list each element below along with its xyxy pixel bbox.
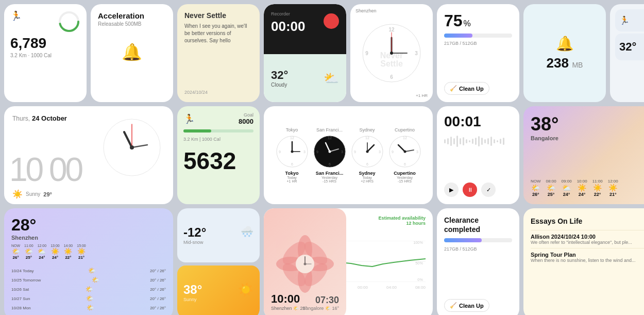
recorder-time: 00:00 (271, 19, 306, 35)
cleanup-label-2: Clean Up (459, 303, 484, 309)
sydney-day: Today (362, 176, 372, 179)
cleanup-button-bottom[interactable]: 🧹 Clean Up (444, 299, 489, 312)
svg-text:9: 9 (279, 150, 281, 154)
svg-rect-61 (478, 136, 480, 146)
flower-location: Shenzhen (271, 306, 292, 311)
world-clocks-widget: Tokyo 12 3 6 9 Tokyo Today +1 HR San Fra… (264, 106, 433, 204)
svg-rect-53 (453, 138, 455, 144)
check-button[interactable]: ✓ (481, 183, 496, 197)
svg-point-25 (291, 151, 293, 153)
large-clock-svg (101, 117, 163, 178)
cleanup-button-top[interactable]: 🧹 Clean Up (444, 82, 489, 95)
sydney-offset: +2 HRS (361, 179, 374, 183)
tokyo-offset: +1 HR (286, 179, 297, 183)
shenzhen-temp: 28° (11, 215, 38, 235)
acceleration-title: Acceleration (98, 11, 166, 20)
flower-svg (269, 228, 341, 300)
tokyo-clock: 12 3 6 9 (275, 135, 309, 169)
svg-text:3: 3 (379, 150, 381, 154)
svg-text:6: 6 (291, 162, 293, 166)
cleanup-label: Clean Up (459, 86, 484, 92)
weather-temp-right: 32° (619, 40, 636, 54)
sf-label: San Franci... (316, 127, 343, 132)
bangalore-weather-widget: 38° Bangalore Sunny ↑ 38° ↓ 18° NOW 🌤️ 2… (523, 106, 644, 204)
svg-rect-56 (463, 137, 464, 145)
run-icon: 🏃 (10, 10, 22, 22)
bangalore-temp: 38° (531, 113, 558, 135)
bangalore-city: Bangalore (531, 135, 558, 141)
cloud-icon: ⛅ (324, 71, 339, 86)
svg-text:9: 9 (354, 150, 356, 154)
svg-text:12: 12 (403, 136, 407, 140)
sunny-temp: 38° (183, 283, 202, 297)
svg-line-14 (124, 132, 132, 147)
never-settle-widget: Never Settle When I see you again, we'll… (177, 4, 260, 102)
recorder-label: Recorder (271, 11, 306, 16)
svg-rect-51 (447, 138, 449, 144)
cupertino-offset: -15 HRS (398, 179, 412, 183)
note1-preview: We often refer to "intellectual elegance… (531, 240, 644, 245)
svg-text:6: 6 (329, 162, 331, 166)
clearance-detail: 217GB / 512GB (444, 246, 512, 252)
flower-location2: Bangalore (302, 306, 324, 311)
pause-button[interactable]: ⏸ (463, 183, 477, 197)
sunny-desc: Sunny (183, 297, 202, 302)
fitness-run-icon: 🏃 (183, 113, 195, 125)
svg-point-12 (390, 52, 393, 55)
cupertino-city: Cupertino (394, 171, 416, 176)
sun-icon-large: ☀️ (12, 189, 23, 199)
storage-detail: 217GB / 512GB (444, 41, 512, 46)
date-main: 24 October (32, 114, 67, 122)
note2-title: Spring Tour Plan (531, 252, 644, 258)
sydney-city: Sydney (359, 171, 375, 176)
snow-icon: 🌨️ (241, 225, 253, 238)
large-clock-widget: Thurs, 24 October 10 00 ☀️ Sunny 29° (4, 106, 173, 204)
svg-rect-64 (487, 138, 489, 144)
recorder-weather: Cloudy (271, 82, 288, 88)
svg-text:3: 3 (416, 150, 418, 154)
svg-text:9: 9 (392, 150, 394, 154)
cupertino-day: Yesterday (397, 176, 413, 179)
svg-text:3: 3 (341, 150, 343, 154)
activity-arc (58, 10, 80, 33)
svg-point-17 (130, 145, 134, 150)
svg-text:3: 3 (303, 150, 306, 154)
svg-rect-62 (481, 138, 483, 145)
clearance-title: Clearance completed (444, 215, 512, 234)
record-button[interactable] (324, 13, 339, 29)
audio-widget: 00:01 (437, 106, 519, 204)
big-clock-display: 10 00 (9, 151, 81, 189)
svg-text:9: 9 (365, 51, 368, 56)
svg-rect-52 (450, 137, 452, 146)
storage-widget-top: 75 % 217GB / 512GB 🧹 Clean Up (437, 4, 519, 102)
play-button[interactable]: ▶ (444, 183, 459, 197)
battery-est-label: Estimated availability 12 hours (374, 215, 426, 226)
sf-day: Yesterday (321, 176, 337, 179)
cupertino-clock: 12 3 6 9 (388, 135, 422, 169)
svg-rect-63 (484, 139, 486, 143)
flower-clock-widget: 10:00 Shenzhen 🌤️ 26° 07:30 Bangalore 🌤️… (264, 208, 346, 315)
never-settle-heading: Never Settle (184, 11, 252, 20)
svg-rect-55 (460, 138, 461, 144)
svg-text:12: 12 (388, 27, 395, 32)
waveform-svg (444, 134, 506, 148)
analog-clock-widget: Shenzhen 12 3 6 9 Never Settle +1 HR (350, 4, 433, 102)
svg-text:12: 12 (290, 136, 294, 140)
notes-widget: Essays On Life + Allison 2024/10/24 10:0… (523, 208, 644, 315)
weather-temp-large: 29° (43, 191, 52, 197)
svg-rect-69 (503, 138, 504, 145)
fitness-steps: 5632 (183, 147, 253, 175)
svg-point-33 (328, 151, 331, 153)
goal-label: Goal (239, 112, 253, 118)
snow-sunny-widget: -12° Mid-snow 🌨️ 38° Sunny ☀️ (177, 208, 260, 315)
fitness-stats: 3.2 Km | 1000 Cal (183, 137, 253, 142)
tokyo-day: Today (287, 176, 297, 179)
svg-text:Settle: Settle (380, 59, 403, 68)
svg-text:6: 6 (390, 74, 393, 80)
date-prefix: Thurs, (12, 115, 30, 122)
storage-pct: 75 (444, 11, 463, 30)
svg-rect-65 (490, 137, 492, 146)
acceleration-sub: Releasable 500MB (98, 21, 166, 27)
sf-clock: 12 3 6 9 (313, 135, 347, 169)
cupertino-label: Cupertino (395, 127, 415, 132)
